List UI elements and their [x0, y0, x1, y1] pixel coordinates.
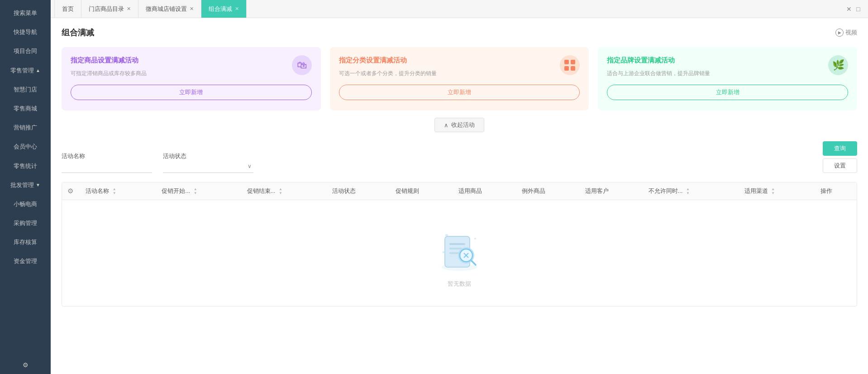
sidebar-item-finance[interactable]: 资金管理 — [0, 252, 51, 271]
empty-row: 暂无数据 — [62, 200, 857, 307]
sidebar-item-shortcuts[interactable]: 快捷导航 — [0, 23, 51, 42]
data-table-wrap: ⚙ 活动名称 ▲▼ 促销开始... ▲▼ 促销结束... ▲▼ — [62, 182, 857, 307]
collapse-bar: ∧ 收起活动 — [62, 118, 857, 132]
sidebar-item-marketing[interactable]: 营销推广 — [0, 118, 51, 137]
wholesale-arrow-icon: ▼ — [36, 182, 40, 188]
data-table: ⚙ 活动名称 ▲▼ 促销开始... ▲▼ 促销结束... ▲▼ — [62, 182, 857, 306]
tab-wechat-settings[interactable]: 微商城店铺设置 ✕ — [138, 0, 201, 18]
svg-rect-3 — [571, 66, 575, 71]
sidebar-item-contracts[interactable]: 项目合同 — [0, 42, 51, 61]
sort-start-icon: ▲▼ — [194, 187, 197, 195]
empty-icon — [432, 227, 486, 273]
maximize-window-btn[interactable]: □ — [856, 6, 863, 12]
svg-point-16 — [445, 234, 448, 237]
th-goods: 适用商品 — [453, 182, 516, 200]
page-title: 组合满减 — [62, 27, 94, 38]
sidebar-item-search[interactable]: 搜索菜单 — [0, 4, 51, 23]
svg-rect-8 — [449, 248, 462, 249]
tab-home[interactable]: 首页 — [54, 0, 81, 18]
sidebar-item-retail-stats[interactable]: 零售统计 — [0, 157, 51, 176]
svg-point-17 — [474, 238, 476, 240]
activity-status-field: 活动状态 进行中 已结束 未开始 ∨ — [163, 152, 253, 173]
svg-line-15 — [472, 261, 476, 265]
close-tab-product-catalog-icon[interactable]: ✕ — [127, 6, 131, 12]
svg-rect-2 — [564, 66, 569, 71]
card-goods-desc: 可指定滞销商品或库存较多商品 — [71, 69, 312, 77]
sort-channel-icon: ▲▼ — [771, 187, 775, 195]
query-btn[interactable]: 查询 — [823, 141, 857, 156]
card-brand: 🌿 指定品牌设置满减活动 适合与上游企业联合做营销，提升品牌销量 立即新增 — [598, 47, 857, 110]
collapse-activity-btn[interactable]: ∧ 收起活动 — [434, 118, 484, 132]
th-no-overlap[interactable]: 不允许同时... ▲▼ — [643, 182, 739, 200]
activity-name-field: 活动名称 — [62, 152, 152, 173]
sort-end-icon: ▲▼ — [279, 187, 282, 195]
sidebar-item-wholesale[interactable]: 批发管理 ▼ — [0, 176, 51, 195]
gear-icon: ⚙ — [23, 361, 29, 369]
th-rule: 促销规则 — [390, 182, 453, 200]
tab-bar: 首页 门店商品目录 ✕ 微商城店铺设置 ✕ 组合满减 ✕ ✕ □ — [51, 0, 868, 18]
th-status: 活动状态 — [327, 182, 390, 200]
svg-rect-1 — [571, 60, 575, 64]
card-brand-desc: 适合与上游企业联合做营销，提升品牌销量 — [607, 69, 848, 77]
activity-status-label: 活动状态 — [163, 152, 253, 160]
table-gear-icon[interactable]: ⚙ — [67, 187, 73, 195]
window-controls: ✕ □ — [846, 6, 864, 12]
close-tab-wechat-settings-icon[interactable]: ✕ — [190, 6, 194, 12]
card-category-btn[interactable]: 立即新增 — [339, 85, 580, 100]
sidebar-settings-btn[interactable]: ⚙ — [0, 356, 51, 374]
empty-text: 暂无数据 — [448, 280, 471, 288]
card-goods-icon: 🛍 — [292, 55, 312, 75]
card-category: 指定分类设置满减活动 可选一个或者多个分类，提升分类的销量 立即新增 — [330, 47, 589, 110]
th-end[interactable]: 促销结束... ▲▼ — [242, 182, 327, 200]
sidebar-item-xiaochangec[interactable]: 小畅电商 — [0, 195, 51, 214]
retail-arrow-icon: ▲ — [36, 67, 40, 74]
th-action: 操作 — [815, 182, 857, 200]
sidebar-item-inventory[interactable]: 库存核算 — [0, 233, 51, 252]
table-body: 暂无数据 — [62, 200, 857, 307]
sidebar-item-smart-store[interactable]: 智慧门店 — [0, 80, 51, 99]
cards-row: 🛍 指定商品设置满减活动 可指定滞销商品或库存较多商品 立即新增 指定分类设置满… — [62, 47, 857, 110]
collapse-icon: ∧ — [444, 122, 448, 129]
tab-product-catalog[interactable]: 门店商品目录 ✕ — [81, 0, 138, 18]
search-bar: 活动名称 活动状态 进行中 已结束 未开始 ∨ 查询 设置 — [62, 141, 857, 173]
page-header: 组合满减 ▶ 视频 — [62, 27, 857, 38]
close-tab-combo-discount-icon[interactable]: ✕ — [235, 6, 239, 12]
close-window-btn[interactable]: ✕ — [846, 6, 853, 12]
card-brand-title: 指定品牌设置满减活动 — [607, 56, 848, 65]
activity-name-input[interactable] — [62, 162, 152, 173]
card-goods-title: 指定商品设置满减活动 — [71, 56, 312, 65]
svg-rect-0 — [564, 60, 569, 64]
card-category-title: 指定分类设置满减活动 — [339, 56, 580, 65]
th-channel[interactable]: 适用渠道 ▲▼ — [739, 182, 815, 200]
svg-rect-7 — [449, 243, 465, 245]
card-goods: 🛍 指定商品设置满减活动 可指定滞销商品或库存较多商品 立即新增 — [62, 47, 321, 110]
sidebar-item-purchasing[interactable]: 采购管理 — [0, 214, 51, 233]
th-customer: 适用客户 — [580, 182, 643, 200]
sidebar-item-members[interactable]: 会员中心 — [0, 137, 51, 156]
activity-status-select[interactable]: 进行中 已结束 未开始 — [163, 162, 253, 173]
tab-combo-discount[interactable]: 组合满减 ✕ — [201, 0, 247, 18]
main-area: 首页 门店商品目录 ✕ 微商城店铺设置 ✕ 组合满减 ✕ ✕ □ 组合满减 ▶ … — [51, 0, 868, 374]
content-area: 组合满减 ▶ 视频 🛍 指定商品设置满减活动 可指定滞销商品或库存较多商品 立即… — [51, 18, 868, 374]
search-actions: 查询 设置 — [823, 141, 857, 173]
th-except: 例外商品 — [516, 182, 580, 200]
card-brand-btn[interactable]: 立即新增 — [607, 85, 848, 100]
video-link[interactable]: ▶ 视频 — [835, 29, 857, 37]
card-goods-btn[interactable]: 立即新增 — [71, 85, 312, 100]
sort-name-icon: ▲▼ — [113, 187, 116, 195]
th-name[interactable]: 活动名称 ▲▼ — [80, 182, 156, 200]
table-header-row: ⚙ 活动名称 ▲▼ 促销开始... ▲▼ 促销结束... ▲▼ — [62, 182, 857, 200]
settings-btn[interactable]: 设置 — [823, 158, 857, 173]
sort-no-overlap-icon: ▲▼ — [686, 187, 690, 195]
th-start[interactable]: 促销开始... ▲▼ — [156, 182, 241, 200]
activity-name-label: 活动名称 — [62, 152, 152, 160]
svg-point-18 — [443, 251, 445, 254]
sidebar-item-retail[interactable]: 零售管理 ▲ — [0, 61, 51, 80]
th-gear: ⚙ — [62, 182, 80, 200]
video-icon: ▶ — [835, 29, 844, 37]
card-brand-icon: 🌿 — [828, 55, 848, 75]
sidebar-item-retail-mall[interactable]: 零售商城 — [0, 99, 51, 118]
empty-state: 暂无数据 — [62, 200, 857, 306]
card-category-desc: 可选一个或者多个分类，提升分类的销量 — [339, 69, 580, 77]
sidebar: 搜索菜单 快捷导航 项目合同 零售管理 ▲ 智慧门店 零售商城 营销推广 会员中… — [0, 0, 51, 374]
